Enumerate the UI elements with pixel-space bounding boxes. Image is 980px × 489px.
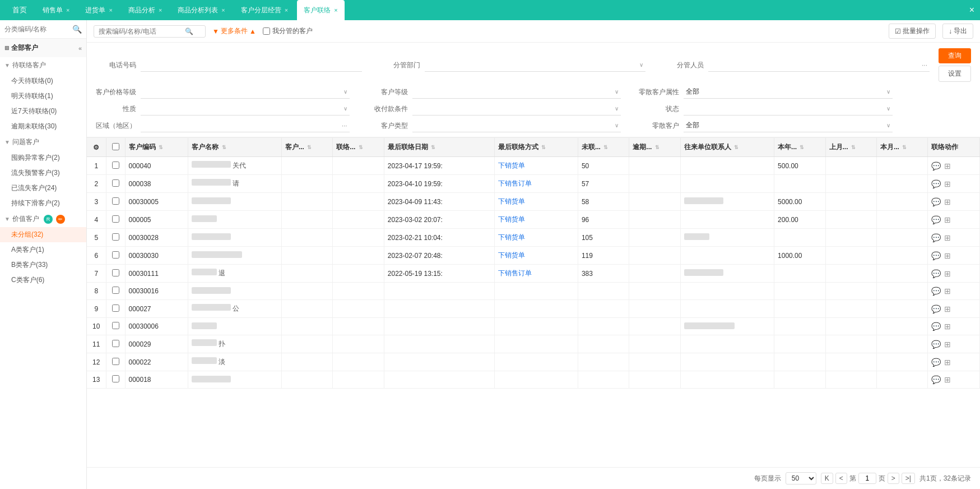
row-check[interactable] — [112, 215, 119, 223]
uncontacted-col-header[interactable]: 未联... ⇅ — [578, 138, 629, 157]
last-method-link[interactable]: 下销货单 — [498, 233, 525, 241]
row-checkbox[interactable] — [106, 175, 125, 193]
grid-action-icon[interactable]: ⊞ — [944, 251, 951, 260]
search-icon[interactable]: 🔍 — [72, 25, 82, 34]
thisyear-col-header[interactable]: 本年... ⇅ — [774, 138, 825, 157]
category-search-input[interactable] — [4, 25, 70, 33]
price-level-select[interactable]: ∨ — [141, 85, 350, 99]
sidebar-group-pending[interactable]: ▼ 待联络客户 — [0, 57, 86, 73]
sidebar-item-warn[interactable]: 流失预警客户(3) — [0, 165, 86, 181]
next-page-button[interactable]: > — [888, 473, 899, 484]
close-all-button[interactable]: × — [969, 5, 974, 15]
contact2-col-header[interactable]: 往来单位联系人 ⇅ — [680, 138, 774, 157]
comment-icon[interactable]: 💬 — [931, 215, 941, 224]
lastmonth-col-header[interactable]: 上月... ⇅ — [825, 138, 876, 157]
page-size-select[interactable]: 50 100 200 — [786, 472, 816, 485]
grid-action-icon[interactable]: ⊞ — [944, 358, 951, 367]
sidebar-item-b-class[interactable]: B类客户(33) — [0, 257, 86, 273]
comment-icon[interactable]: 💬 — [931, 162, 941, 170]
page-input[interactable] — [858, 473, 876, 484]
comment-icon[interactable]: 💬 — [931, 179, 941, 188]
thismonth-col-header[interactable]: 本月... ⇅ — [876, 138, 927, 157]
row-checkbox[interactable] — [106, 157, 125, 175]
sidebar-group-problem[interactable]: ▼ 问题客户 — [0, 134, 86, 150]
comment-icon[interactable]: 💬 — [931, 305, 941, 313]
comment-icon[interactable]: 💬 — [931, 287, 941, 296]
nav-home[interactable]: 首页 — [6, 0, 34, 20]
comment-icon[interactable]: 💬 — [931, 358, 941, 367]
sidebar-item-tomorrow[interactable]: 明天待联络(1) — [0, 89, 86, 104]
nav-purchase[interactable]: 进货单 × — [78, 0, 119, 20]
row-check[interactable] — [112, 375, 119, 382]
grid-action-icon[interactable]: ⊞ — [944, 375, 951, 384]
scatter-customer-select[interactable]: 全部 ∨ — [684, 119, 893, 132]
row-check[interactable] — [112, 287, 119, 294]
last-date-col-header[interactable]: 最后联络日期 ⇅ — [384, 138, 494, 157]
contact-col-header[interactable]: 联络... ⇅ — [333, 138, 384, 157]
sidebar-item-lost[interactable]: 已流失客户(24) — [0, 181, 86, 196]
row-checkbox[interactable] — [106, 318, 125, 335]
grid-action-icon[interactable]: ⊞ — [944, 233, 951, 242]
overdue-col-header[interactable]: 逾期... ⇅ — [629, 138, 680, 157]
row-checkbox[interactable] — [106, 283, 125, 300]
close-icon[interactable]: × — [334, 7, 337, 13]
checkbox-col-header[interactable] — [106, 138, 125, 157]
select-all-checkbox[interactable] — [112, 143, 119, 150]
customer-level-select[interactable]: ∨ — [412, 85, 621, 99]
row-checkbox[interactable] — [106, 353, 125, 371]
prev-page-button[interactable]: < — [835, 473, 847, 484]
row-checkbox[interactable] — [106, 300, 125, 318]
row-checkbox[interactable] — [106, 193, 125, 211]
nav-analysis-list[interactable]: 商品分析列表 × — [171, 0, 231, 20]
code-col-header[interactable]: 客户编码 ⇅ — [125, 138, 188, 157]
sidebar-item-c-class[interactable]: C类客户(6) — [0, 273, 86, 288]
sidebar-item-today[interactable]: 今天待联络(0) — [0, 73, 86, 89]
last-method-link[interactable]: 下销售订单 — [498, 269, 532, 277]
name-col-header[interactable]: 客户名称 ⇅ — [188, 138, 282, 157]
comment-icon[interactable]: 💬 — [931, 251, 941, 260]
grid-action-icon[interactable]: ⊞ — [944, 179, 951, 188]
sidebar-item-declining[interactable]: 持续下滑客户(2) — [0, 196, 86, 211]
comment-icon[interactable]: 💬 — [931, 197, 941, 206]
scatter-attr-select[interactable]: 全部 ∨ — [684, 85, 893, 99]
nav-sales[interactable]: 销售单 × — [36, 0, 76, 20]
status-select[interactable]: ∨ — [684, 102, 893, 116]
all-customers-header[interactable]: ⊞ 全部客户 « — [0, 39, 86, 57]
comment-icon[interactable]: 💬 — [931, 340, 941, 349]
row-check[interactable] — [112, 322, 119, 329]
grid-action-icon[interactable]: ⊞ — [944, 322, 951, 331]
comment-icon[interactable]: 💬 — [931, 322, 941, 331]
grid-action-icon[interactable]: ⊞ — [944, 197, 951, 206]
sidebar-item-abnormal[interactable]: 囤购异常客户(2) — [0, 150, 86, 165]
last-method-link[interactable]: 下销货单 — [498, 215, 525, 223]
sidebar-item-a-class[interactable]: A类客户(1) — [0, 242, 86, 257]
row-check[interactable] — [112, 162, 119, 169]
row-check[interactable] — [112, 305, 119, 312]
reset-button[interactable]: 设置 — [939, 66, 971, 82]
comment-icon[interactable]: 💬 — [931, 269, 941, 278]
sidebar-item-7days[interactable]: 近7天待联络(0) — [0, 104, 86, 119]
row-check[interactable] — [112, 233, 119, 241]
search-icon[interactable]: 🔍 — [185, 27, 193, 35]
row-checkbox[interactable] — [106, 247, 125, 265]
nav-customer-segment[interactable]: 客户分层经营 × — [234, 0, 295, 20]
my-customers-checkbox[interactable]: 我分管的客户 — [263, 26, 313, 36]
last-method-link[interactable]: 下销货单 — [498, 251, 525, 259]
grid-action-icon[interactable]: ⊞ — [944, 340, 951, 349]
last-method-link[interactable]: 下销售订单 — [498, 179, 532, 187]
grid-action-icon[interactable]: ⊞ — [944, 162, 951, 170]
comment-icon[interactable]: 💬 — [931, 375, 941, 384]
grid-action-icon[interactable]: ⊞ — [944, 287, 951, 296]
export-button[interactable]: ↓ 导出 — [942, 24, 973, 39]
grid-action-icon[interactable]: ⊞ — [944, 269, 951, 278]
row-checkbox[interactable] — [106, 335, 125, 353]
last-page-button[interactable]: >| — [902, 473, 915, 484]
nature-select[interactable]: ∨ — [141, 102, 350, 116]
row-check[interactable] — [112, 197, 119, 205]
sidebar-item-ungroup[interactable]: 未分组(32) — [0, 227, 86, 242]
row-checkbox[interactable] — [106, 371, 125, 389]
settings-col-header[interactable]: ⚙ — [87, 138, 106, 157]
type-col-header[interactable]: 客户... ⇅ — [281, 138, 332, 157]
region-select[interactable]: ··· — [141, 119, 350, 132]
phone-input[interactable] — [141, 58, 362, 72]
